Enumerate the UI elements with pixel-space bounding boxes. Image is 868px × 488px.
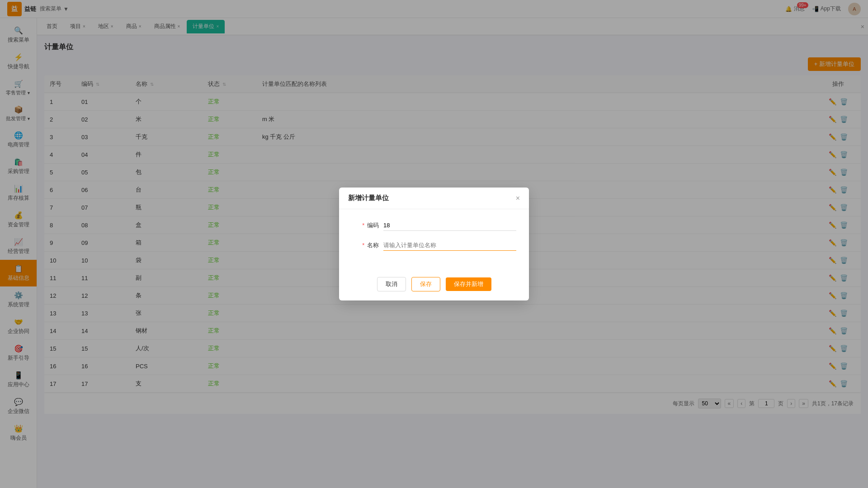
- form-label-name: * 名称: [352, 241, 379, 249]
- modal-footer: 取消 保存 保存并新增: [339, 271, 529, 300]
- save-and-new-button[interactable]: 保存并新增: [446, 277, 491, 291]
- form-row-name: * 名称: [352, 240, 516, 251]
- required-mark-name: *: [362, 242, 364, 249]
- modal-header: 新增计量单位 ×: [339, 188, 529, 209]
- code-input[interactable]: [383, 220, 516, 231]
- cancel-button[interactable]: 取消: [377, 277, 406, 291]
- required-mark-code: *: [362, 222, 364, 229]
- modal-body: * 编码 * 名称: [339, 209, 529, 271]
- form-label-code: * 编码: [352, 221, 379, 230]
- add-unit-modal: 新增计量单位 × * 编码 * 名称 取消 保存 保存并新增: [339, 188, 529, 300]
- modal-overlay: 新增计量单位 × * 编码 * 名称 取消 保存 保存并新增: [0, 0, 868, 488]
- modal-title: 新增计量单位: [348, 194, 389, 202]
- form-row-code: * 编码: [352, 220, 516, 231]
- modal-close-btn[interactable]: ×: [516, 194, 520, 202]
- name-input[interactable]: [383, 240, 516, 251]
- save-button[interactable]: 保存: [411, 277, 440, 291]
- name-label-text: 名称: [367, 242, 379, 249]
- code-label-text: 编码: [367, 222, 379, 229]
